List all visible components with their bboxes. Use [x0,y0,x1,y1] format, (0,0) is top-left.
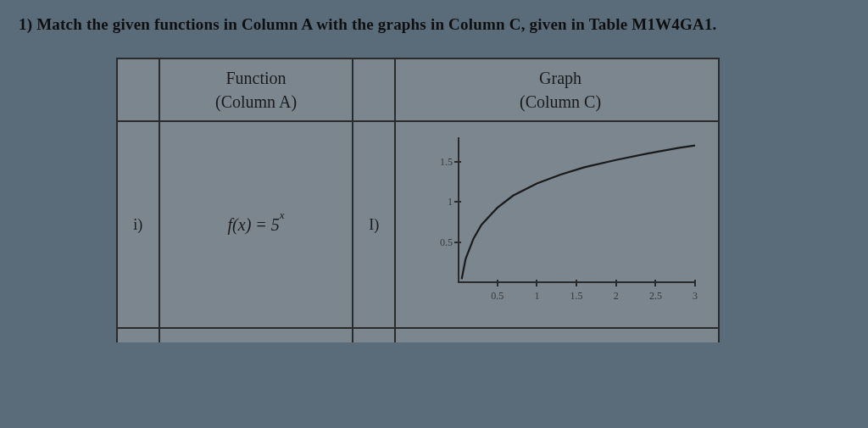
x-tick-label: 1 [524,290,549,303]
table-row-trailing [117,328,719,342]
curve-svg [458,137,695,283]
match-table: Function (Column A) Graph (Column C) i) … [116,58,720,342]
x-tick-label: 2.5 [643,290,668,303]
table-header-row: Function (Column A) Graph (Column C) [117,58,719,121]
header-graph-line2: (Column C) [413,90,708,114]
table-row: i) f(x) = 5x I) 0.511.50.511.522.53 [117,121,719,328]
curve-path [462,146,695,280]
y-tick [454,161,461,163]
x-tick [536,280,537,286]
x-tick [694,280,696,286]
func-index: i) [117,121,159,328]
func-base: f(x) = 5 [228,215,280,234]
x-tick-label: 0.5 [485,290,510,303]
x-tick [576,280,577,286]
header-function-line1: Function [165,66,348,90]
header-blank-1 [117,58,159,121]
x-tick-label: 2 [604,290,629,303]
header-blank-2 [353,58,395,121]
question-text: 1) Match the given functions in Column A… [19,15,849,34]
y-tick-label: 1.5 [419,155,453,168]
func-exponent: x [280,208,285,221]
x-tick [654,280,656,286]
graph-index: I) [353,121,395,328]
x-tick-label: 1.5 [564,290,589,303]
func-cell: f(x) = 5x [159,121,353,328]
y-tick-label: 1 [419,196,453,208]
graph-cell: 0.511.50.511.522.53 [395,121,719,328]
y-tick [454,242,461,243]
header-function: Function (Column A) [159,58,353,121]
header-function-line2: (Column A) [165,90,348,114]
header-graph: Graph (Column C) [395,58,719,121]
y-tick-label: 0.5 [419,236,453,249]
y-tick [454,201,461,203]
x-tick [497,280,498,286]
chart: 0.511.50.511.522.53 [420,132,700,319]
x-tick [615,280,617,286]
x-tick-label: 3 [682,290,708,303]
func-expression: f(x) = 5x [228,215,285,234]
header-graph-line1: Graph [413,66,708,90]
